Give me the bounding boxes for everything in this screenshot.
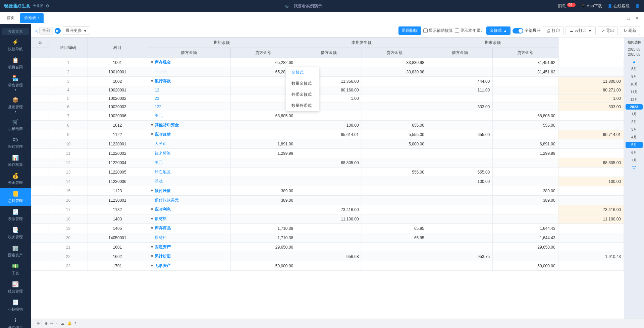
period-2[interactable]: 2月: [626, 119, 643, 125]
row-name-cell[interactable]: 23: [147, 94, 231, 103]
cloud-print-btn[interactable]: ☁ 云打印 ▼: [566, 26, 596, 35]
sidebar-item-accounting[interactable]: 📒 总账管理: [0, 188, 31, 206]
dropdown-item-quantity-amount[interactable]: 数量金额式: [286, 78, 319, 89]
tab-close-btn[interactable]: ×: [38, 16, 40, 20]
dropdown-item-amount[interactable]: 金额式: [286, 67, 319, 78]
sidebar-item-assets[interactable]: 🏢 固定资产: [0, 242, 31, 260]
row-name-cell[interactable]: ▼库存现金: [147, 58, 231, 67]
period-11[interactable]: 11月: [626, 89, 643, 95]
row-name-cell[interactable]: 原材料: [147, 233, 231, 243]
sidebar-item-operation[interactable]: 📈 经营管理: [0, 278, 31, 297]
show-ytd-label[interactable]: 显示本年累计: [455, 28, 484, 34]
row-name-cell[interactable]: 往来标签: [147, 149, 231, 158]
period-3[interactable]: 3月: [626, 126, 643, 133]
row-name-cell[interactable]: 回回回: [147, 67, 231, 77]
period-12[interactable]: 12月: [626, 96, 643, 103]
period-scroll-down-btn[interactable]: ▽: [632, 165, 636, 170]
period-5[interactable]: 5月: [626, 142, 643, 148]
sidebar-item-invoice[interactable]: 🧾 发票管理: [0, 206, 31, 224]
row-name-cell[interactable]: 美元: [147, 158, 231, 168]
row-name-cell[interactable]: ▼其他货币资金: [147, 121, 231, 130]
service-btn[interactable]: 👤 在线客服: [607, 3, 630, 9]
dropdown-item-quantity-foreign[interactable]: 数量外币式: [286, 100, 319, 111]
status-sync-icon[interactable]: ↑: [56, 322, 58, 326]
sidebar-item-basic[interactable]: ℹ 基础信息: [0, 315, 31, 328]
message-btn[interactable]: 消息 99+: [558, 3, 575, 9]
expand-all-toggle[interactable]: 全部展开: [513, 28, 541, 34]
period-2023[interactable]: 2023: [626, 104, 643, 110]
sidebar-item-purchase[interactable]: 🛍 采购管理: [0, 134, 31, 152]
user-btn[interactable]: 👤: [635, 4, 640, 8]
period-7[interactable]: 7月: [626, 157, 643, 163]
row-credit-opening-cell: [296, 224, 362, 233]
status-lang[interactable]: 英: [35, 321, 42, 326]
row-name-cell[interactable]: 美元: [147, 111, 231, 121]
download-btn[interactable]: 📱 App下载: [581, 3, 602, 9]
row-name-cell[interactable]: ▼原材料: [147, 214, 231, 224]
sidebar-item-wholesale[interactable]: 📦 批发管理 ▼: [0, 94, 31, 116]
period-10[interactable]: 10月: [626, 81, 643, 87]
row-name-cell[interactable]: ▼累计折旧: [147, 252, 231, 261]
sidebar-item-sales[interactable]: 🧾 小畅报销: [0, 297, 31, 315]
config-icon[interactable]: ⚙: [46, 4, 49, 8]
row-name-cell[interactable]: 游戏: [147, 177, 231, 186]
sidebar-item-tax[interactable]: 📑 税务管理: [0, 224, 31, 242]
show-ytd-checkbox[interactable]: [455, 28, 459, 33]
close-window-btn[interactable]: ✕: [633, 15, 641, 21]
status-bell-icon[interactable]: 🔔: [67, 321, 72, 326]
row-code-cell: 14050001: [88, 233, 147, 243]
export-btn[interactable]: ↗ 导出: [598, 26, 618, 35]
period-9[interactable]: 9月: [626, 73, 643, 80]
row-name-cell[interactable]: ▼库存商品: [147, 224, 231, 233]
sidebar-search-input[interactable]: [2, 28, 29, 35]
status-add-icon[interactable]: ⊕: [45, 321, 48, 326]
row-name-cell[interactable]: 预付账款美元: [147, 196, 231, 205]
show-auxiliary-checkbox[interactable]: [423, 28, 428, 33]
period-scroll-up-btn[interactable]: ▲: [632, 59, 637, 64]
tab-home[interactable]: 首页: [3, 13, 19, 23]
row-credit-current-cell: [427, 233, 492, 243]
expand-all-toggle-switch[interactable]: [513, 28, 523, 34]
breadcrumb-back-icon[interactable]: ◁: [35, 28, 38, 33]
expand-more-btn[interactable]: 展开更多 ▼: [63, 26, 90, 35]
tab-balance-sheet[interactable]: 余额表 ×: [20, 13, 44, 23]
th-settings[interactable]: ⚙: [31, 38, 49, 48]
demo-link[interactable]: 我要看实例演示: [294, 3, 322, 9]
sidebar-item-quick-nav[interactable]: ⚡ 快捷导航: [0, 36, 31, 54]
sidebar-item-ecommerce[interactable]: 🛒 小畅电商: [0, 116, 31, 134]
row-name-cell[interactable]: ▼固定资产: [147, 243, 231, 252]
period-6[interactable]: 6月: [626, 149, 643, 156]
row-name-cell[interactable]: ▼银行存款: [147, 77, 231, 86]
sidebar-item-finance[interactable]: 💰 资金管理: [0, 170, 31, 188]
period-4[interactable]: 4月: [626, 134, 643, 140]
row-name-cell[interactable]: ▼无形资产: [147, 261, 231, 271]
sales-label: 小畅报销: [8, 307, 23, 312]
row-name-cell[interactable]: ▼预付账款: [147, 186, 231, 196]
type-dropdown-btn[interactable]: 金额式 ▲: [486, 26, 511, 35]
refresh-btn[interactable]: ↻ 刷新: [620, 26, 640, 35]
period-8[interactable]: 8月: [626, 66, 643, 72]
row-name-cell[interactable]: 人民币: [147, 139, 231, 149]
restore-btn[interactable]: □: [625, 15, 632, 21]
row-debit-closing-cell: 1,299.99: [493, 149, 558, 158]
period-1[interactable]: 1月: [626, 111, 643, 117]
row-settings-cell: [31, 205, 49, 214]
print-btn[interactable]: 🖨 打印: [543, 26, 564, 35]
status-cloud-icon[interactable]: ☁: [61, 321, 64, 326]
row-name-cell[interactable]: 122: [147, 103, 231, 111]
row-name-cell[interactable]: ▼应收账款: [147, 130, 231, 139]
show-auxiliary-label[interactable]: 显示辅助核算: [423, 28, 453, 34]
status-help-icon[interactable]: ?: [74, 322, 76, 326]
row-name-cell[interactable]: 所在地区: [147, 168, 231, 177]
table-container[interactable]: ⚙ 科目编码 科目 期初余额 本期发生额 期末余额 借方金额 贷方金额 借方金额: [31, 38, 624, 319]
nav-arrow-btn[interactable]: ▶: [55, 28, 61, 34]
back-old-version-btn[interactable]: 退回旧版: [398, 26, 421, 35]
sidebar-item-inventory[interactable]: 📊 库存核算: [0, 152, 31, 170]
sidebar-item-salary[interactable]: 💵 工资: [0, 260, 31, 278]
row-name-cell[interactable]: 12: [147, 86, 231, 94]
sidebar-item-project[interactable]: 📋 项目合同: [0, 54, 31, 72]
sidebar-item-retail[interactable]: 🏪 零售管理 ▼: [0, 72, 31, 94]
dropdown-item-foreign-amount[interactable]: 外币金额式: [286, 89, 319, 100]
row-name-cell[interactable]: ▼应收利息: [147, 205, 231, 214]
status-edit-icon[interactable]: ✏: [50, 321, 53, 326]
